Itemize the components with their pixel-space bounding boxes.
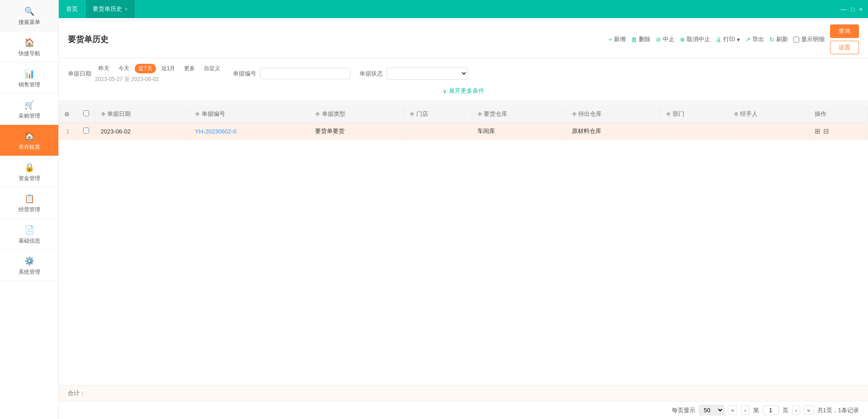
date-filter-group: 单据日期 昨天 今天 近7天 近1月 更多 自定义 2023-05-27 至 2…: [68, 64, 224, 83]
delete-button[interactable]: 🗑 删除: [631, 35, 651, 43]
doc-number-label: 单据编号: [233, 70, 256, 78]
refresh-button[interactable]: ↻ 刷新: [769, 35, 788, 43]
date-pill-custom[interactable]: 自定义: [200, 64, 224, 73]
query-button[interactable]: 查询: [830, 24, 859, 38]
sidebar-item-label: 采购管理: [19, 112, 40, 120]
print-button[interactable]: 🖨 打印 ▾: [716, 35, 740, 43]
add-button[interactable]: + 新增: [609, 35, 626, 43]
sidebar-item-inventory[interactable]: 🏠 库存核算: [0, 125, 58, 156]
sidebar-item-sys-mgmt[interactable]: ⚙️ 系统管理: [0, 250, 58, 281]
next-page-button[interactable]: ›: [792, 405, 800, 415]
doc-number-link[interactable]: YH-20230602-0: [195, 128, 236, 135]
export-label: 导出: [752, 35, 764, 43]
sidebar-item-label: 基础信息: [19, 237, 40, 245]
row-checkbox[interactable]: [83, 128, 89, 133]
expand-more-btn[interactable]: ∨ 展开更多条件: [443, 87, 484, 95]
row-num: 1: [59, 123, 77, 140]
content-area: 要货单历史 + 新增 🗑 删除 ⊘ 中止 ⊗ 取消中止: [59, 18, 868, 419]
show-detail-label: 显示明细: [801, 35, 825, 43]
sidebar-item-label: 搜索菜单: [19, 19, 40, 26]
col-req-warehouse[interactable]: ≑ 要货仓库: [472, 105, 566, 123]
col-doc-number-label: ≑ 单据编号: [195, 110, 225, 117]
cancel-suspend-button[interactable]: ⊗ 取消中止: [680, 35, 710, 43]
tab-close-icon[interactable]: ×: [125, 6, 127, 12]
delete-label: 删除: [639, 35, 651, 43]
sidebar-item-label: 销售管理: [19, 81, 40, 89]
date-pill-7days[interactable]: 近7天: [135, 64, 156, 73]
doc-number-input[interactable]: [260, 68, 350, 79]
col-settings[interactable]: ⚙: [59, 105, 77, 123]
filter-row-2: ∨ 展开更多条件: [68, 87, 859, 95]
basic-info-icon: 📄: [24, 225, 34, 235]
col-department-label: ≑ 部门: [666, 110, 684, 117]
tab-home[interactable]: 首页: [59, 0, 85, 18]
sidebar-item-purchase-mgmt[interactable]: 🛒 采购管理: [0, 94, 58, 125]
col-department[interactable]: ≑ 部门: [660, 105, 728, 123]
quick-nav-icon: 🏠: [24, 38, 34, 48]
col-pending-warehouse[interactable]: ≑ 待出仓库: [566, 105, 660, 123]
col-doc-type[interactable]: ≑ 单据类型: [310, 105, 404, 123]
date-pill-today[interactable]: 今天: [115, 64, 133, 73]
last-page-button[interactable]: »: [804, 405, 813, 415]
date-pill-yesterday[interactable]: 昨天: [95, 64, 113, 73]
maximize-button[interactable]: □: [851, 6, 855, 13]
tab-requisition-history[interactable]: 要货单历史 ×: [85, 0, 135, 18]
sidebar-item-search-menu[interactable]: 🔍 搜索菜单: [0, 0, 58, 31]
col-doc-date-label: ≑ 单据日期: [101, 110, 131, 117]
date-pill-1month[interactable]: 近1月: [158, 64, 179, 73]
filter-row-1: 单据日期 昨天 今天 近7天 近1月 更多 自定义 2023-05-27 至 2…: [68, 64, 859, 83]
row-department: [660, 123, 728, 140]
sidebar-item-label: 资金管理: [19, 175, 40, 182]
settings-button[interactable]: 设置: [830, 41, 859, 54]
table-area: ⚙ ≑ 单据日期 ≑ 单据编号 ≑ 单据类型: [59, 105, 868, 385]
col-doc-date[interactable]: ≑ 单据日期: [95, 105, 189, 123]
finance-icon: 🔒: [24, 162, 34, 172]
page-size-select[interactable]: 50 10 20 100: [699, 405, 724, 415]
date-pill-more[interactable]: 更多: [180, 64, 198, 73]
nav-spacer: [135, 0, 835, 18]
status-select[interactable]: [387, 67, 468, 80]
refresh-icon: ↻: [769, 36, 774, 43]
prev-page-button[interactable]: ‹: [741, 405, 749, 415]
col-store[interactable]: ≑ 门店: [404, 105, 472, 123]
suspend-label: 中止: [663, 35, 675, 43]
show-detail-input[interactable]: [793, 37, 799, 43]
row-edit-icon[interactable]: ⊞: [815, 127, 821, 135]
row-doc-type: 要货单要货: [310, 123, 404, 140]
select-all-checkbox[interactable]: [83, 110, 89, 116]
tab-requisition-label: 要货单历史: [93, 5, 122, 13]
row-doc-number[interactable]: YH-20230602-0: [189, 123, 310, 140]
minimize-button[interactable]: —: [841, 6, 847, 13]
nav-window-actions: — □ ×: [835, 0, 868, 18]
filter-area: 单据日期 昨天 今天 近7天 近1月 更多 自定义 2023-05-27 至 2…: [59, 58, 868, 101]
suspend-button[interactable]: ⊘ 中止: [656, 35, 675, 43]
col-handler[interactable]: ≑ 经手人: [728, 105, 809, 123]
row-checkbox-cell[interactable]: [77, 123, 95, 140]
page-label-after: 页: [783, 406, 788, 414]
expand-icon: ∨: [443, 88, 447, 95]
cancel-suspend-label: 取消中止: [687, 35, 710, 43]
show-detail-checkbox[interactable]: 显示明细: [793, 35, 825, 43]
sidebar-item-basic-info[interactable]: 📄 基础信息: [0, 219, 58, 250]
export-button[interactable]: ↗ 导出: [745, 35, 764, 43]
col-doc-number[interactable]: ≑ 单据编号: [189, 105, 310, 123]
sidebar: 🔍 搜索菜单 🏠 快捷导航 📊 销售管理 🛒 采购管理 🏠 库存核算 🔒 资金管…: [0, 0, 59, 419]
close-button[interactable]: ×: [859, 6, 863, 13]
header-actions: + 新增 🗑 删除 ⊘ 中止 ⊗ 取消中止 🖨 打印: [609, 24, 859, 54]
page-label-before: 第: [753, 406, 759, 414]
page-number-input[interactable]: [763, 405, 779, 415]
row-copy-icon[interactable]: ⊟: [823, 127, 829, 135]
sidebar-item-finance[interactable]: 🔒 资金管理: [0, 156, 58, 187]
sidebar-item-quick-nav[interactable]: 🏠 快捷导航: [0, 31, 58, 62]
col-doc-type-label: ≑ 单据类型: [315, 110, 345, 117]
col-checkbox: [77, 105, 95, 123]
delete-icon: 🗑: [631, 36, 637, 43]
sidebar-item-sales-mgmt[interactable]: 📊 销售管理: [0, 62, 58, 94]
sidebar-item-operations[interactable]: 📋 经营管理: [0, 187, 58, 219]
refresh-label: 刷新: [776, 35, 788, 43]
row-store: [404, 123, 472, 140]
row-pending-warehouse: 原材料仓库: [566, 123, 660, 140]
first-page-button[interactable]: «: [728, 405, 737, 415]
add-icon: +: [609, 36, 612, 43]
print-label: 打印: [723, 35, 735, 43]
